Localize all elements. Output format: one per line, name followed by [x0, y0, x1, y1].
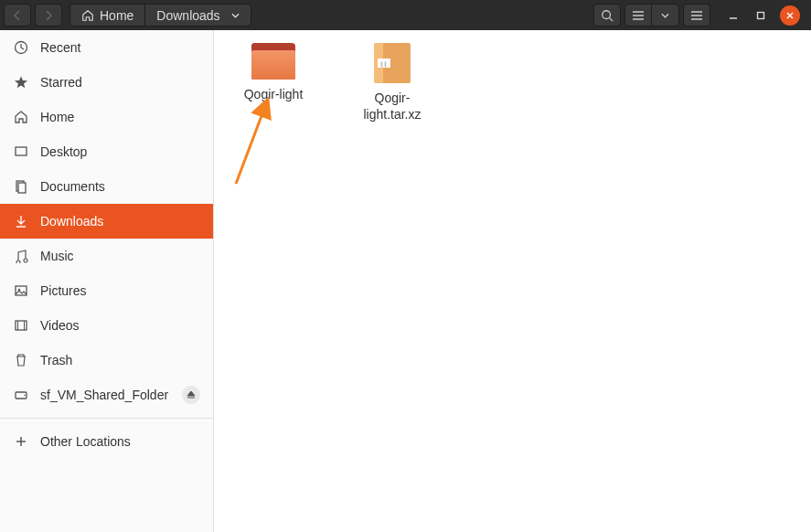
svg-point-0: [603, 10, 611, 18]
sidebar-item-trash[interactable]: Trash: [0, 343, 213, 378]
sidebar-item-label: Starred: [40, 75, 82, 90]
sidebar-item-label: Documents: [40, 179, 105, 194]
svg-rect-18: [16, 321, 27, 330]
eject-icon: [187, 390, 196, 399]
breadcrumb-label: Home: [100, 8, 133, 23]
sidebar-item-videos[interactable]: Videos: [0, 308, 213, 343]
list-icon: [632, 10, 645, 21]
pictures-icon: [13, 283, 29, 298]
home-icon: [13, 110, 29, 124]
sidebar-item-starred[interactable]: Starred: [0, 65, 213, 100]
chevron-left-icon: [14, 10, 21, 21]
window-maximize-button[interactable]: [752, 7, 769, 24]
folder-icon: [251, 43, 295, 80]
separator: [0, 418, 213, 419]
breadcrumb-home[interactable]: Home: [69, 4, 145, 27]
home-icon: [81, 9, 94, 22]
sidebar-item-label: Other Locations: [40, 434, 131, 449]
file-view[interactable]: Qogir-light ∥∥ Qogir-light.tar.xz: [214, 30, 811, 532]
sidebar-item-label: Videos: [40, 318, 80, 333]
drive-icon: [13, 388, 29, 402]
svg-line-25: [236, 101, 267, 184]
sidebar: Recent Starred Home Desktop Documents Do…: [0, 30, 214, 532]
window-controls: [725, 5, 800, 26]
sidebar-item-label: Desktop: [40, 144, 87, 159]
eject-button[interactable]: [182, 386, 200, 404]
chevron-down-icon: [231, 13, 240, 18]
plus-icon: [13, 435, 29, 448]
nav-forward-button[interactable]: [35, 4, 62, 27]
breadcrumb-label: Downloads: [156, 8, 219, 23]
search-icon: [601, 9, 614, 22]
toolbar-right: [593, 4, 807, 27]
titlebar: Home Downloads: [0, 0, 811, 30]
sidebar-item-label: Pictures: [40, 283, 87, 298]
sidebar-item-music[interactable]: Music: [0, 239, 213, 273]
archive-icon: ∥∥: [374, 43, 411, 83]
sidebar-item-pictures[interactable]: Pictures: [0, 273, 213, 308]
svg-rect-9: [758, 12, 764, 18]
svg-rect-16: [16, 286, 27, 295]
view-options-button[interactable]: [652, 4, 679, 27]
sidebar-item-label: Trash: [40, 353, 72, 367]
sidebar-item-other-locations[interactable]: Other Locations: [0, 424, 213, 459]
svg-rect-13: [16, 147, 27, 155]
minimize-icon: [729, 11, 738, 20]
sidebar-item-label: Downloads: [40, 214, 103, 229]
maximize-icon: [756, 11, 765, 20]
file-label: Qogir-light: [244, 87, 304, 103]
chevron-right-icon: [45, 10, 52, 21]
videos-icon: [13, 318, 29, 333]
sidebar-item-label: sf_VM_Shared_Folder: [40, 388, 168, 402]
view-list-button[interactable]: [624, 4, 652, 27]
file-label: Qogir-light.tar.xz: [347, 90, 438, 122]
music-icon: [13, 249, 29, 263]
svg-rect-15: [18, 183, 26, 193]
window-minimize-button[interactable]: [725, 7, 742, 24]
sidebar-item-label: Home: [40, 110, 74, 124]
folder-item[interactable]: Qogir-light: [223, 43, 324, 103]
sidebar-item-shared-folder[interactable]: sf_VM_Shared_Folder: [0, 378, 213, 412]
desktop-icon: [13, 144, 29, 159]
breadcrumb-downloads[interactable]: Downloads: [145, 4, 251, 27]
sidebar-item-label: Recent: [40, 40, 80, 55]
search-button[interactable]: [593, 4, 621, 27]
svg-point-22: [24, 395, 26, 397]
sidebar-item-downloads[interactable]: Downloads: [0, 204, 213, 239]
close-icon: [785, 11, 795, 20]
clock-icon: [13, 40, 29, 55]
svg-line-1: [610, 17, 614, 21]
hamburger-icon: [690, 10, 703, 21]
sidebar-item-documents[interactable]: Documents: [0, 169, 213, 204]
sidebar-item-desktop[interactable]: Desktop: [0, 134, 213, 169]
nav-back-button[interactable]: [4, 4, 31, 27]
breadcrumb: Home Downloads: [69, 4, 251, 27]
window-close-button[interactable]: [780, 5, 800, 26]
hamburger-menu-button[interactable]: [683, 4, 710, 27]
sidebar-item-label: Music: [40, 249, 74, 263]
sidebar-item-recent[interactable]: Recent: [0, 30, 213, 65]
star-icon: [13, 75, 29, 90]
sidebar-item-home[interactable]: Home: [0, 100, 213, 134]
annotation-arrow: [229, 92, 283, 193]
documents-icon: [13, 179, 29, 194]
downloads-icon: [13, 214, 29, 229]
chevron-down-icon: [661, 13, 669, 18]
archive-item[interactable]: ∥∥ Qogir-light.tar.xz: [342, 43, 443, 122]
trash-icon: [13, 353, 29, 367]
